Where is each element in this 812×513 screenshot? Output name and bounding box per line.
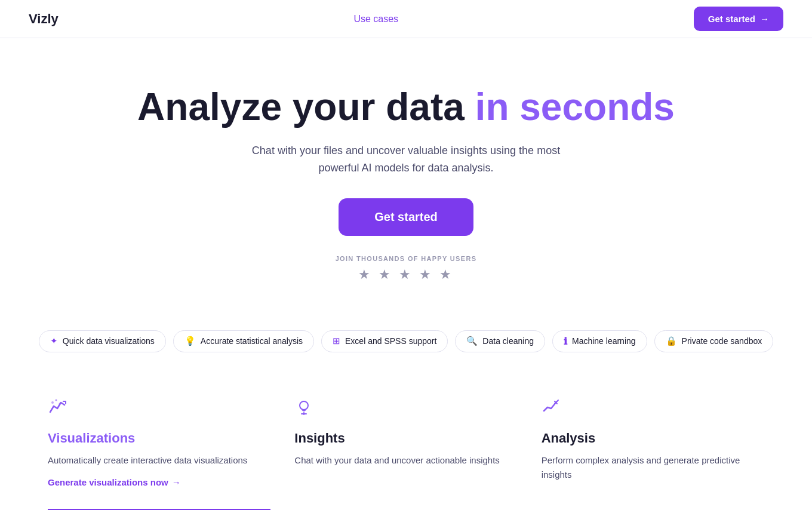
analysis-desc: Perform complex analysis and generate pr… bbox=[542, 453, 764, 482]
lock-icon: 🔒 bbox=[666, 336, 677, 346]
insights-title: Insights bbox=[294, 431, 517, 446]
insights-desc: Chat with your data and uncover actionab… bbox=[294, 453, 517, 468]
tag-statistical-analysis: 💡 Accurate statistical analysis bbox=[173, 330, 314, 352]
analysis-icon bbox=[542, 398, 764, 421]
feature-analysis: Analysis Perform complex analysis and ge… bbox=[542, 398, 764, 510]
grid-icon: ⊞ bbox=[333, 336, 340, 346]
search-icon: 🔍 bbox=[466, 336, 478, 346]
tag-machine-learning: ℹ Machine learning bbox=[552, 330, 647, 352]
svg-point-0 bbox=[51, 401, 54, 404]
star-rating: ★ ★ ★ ★ ★ bbox=[14, 267, 798, 282]
tag-private-sandbox: 🔒 Private code sandbox bbox=[654, 330, 774, 352]
hero-title: Analyze your data in seconds bbox=[14, 86, 798, 128]
nav-links: Use cases bbox=[353, 14, 398, 24]
feature-visualizations: Visualizations Automatically create inte… bbox=[48, 398, 270, 510]
hero-section: Analyze your data in seconds Chat with y… bbox=[0, 38, 812, 318]
social-proof-text: JOIN THOUSANDS OF HAPPY USERS bbox=[14, 255, 798, 262]
tag-quick-visualizations: ✦ Quick data visualizations bbox=[39, 330, 166, 352]
svg-point-1 bbox=[56, 399, 57, 401]
bulb-icon: 💡 bbox=[184, 336, 196, 346]
feature-insights: Insights Chat with your data and uncover… bbox=[294, 398, 517, 510]
generate-visualizations-link[interactable]: Generate visualizations now → bbox=[48, 477, 270, 487]
social-proof: JOIN THOUSANDS OF HAPPY USERS ★ ★ ★ ★ ★ bbox=[14, 255, 798, 282]
info-icon: ℹ bbox=[564, 336, 567, 347]
nav-link-use-cases[interactable]: Use cases bbox=[353, 14, 398, 24]
nav-get-started-button[interactable]: Get started → bbox=[694, 7, 783, 31]
tag-data-cleaning: 🔍 Data cleaning bbox=[455, 330, 545, 352]
visualizations-icon bbox=[48, 398, 270, 421]
logo: Vizly bbox=[29, 11, 59, 27]
sparkle-icon: ✦ bbox=[50, 336, 58, 346]
tag-excel-spss: ⊞ Excel and SPSS support bbox=[321, 330, 448, 352]
hero-get-started-button[interactable]: Get started bbox=[339, 198, 473, 236]
visualizations-underline bbox=[48, 509, 270, 510]
navbar: Vizly Use cases Get started → bbox=[0, 0, 812, 38]
svg-point-3 bbox=[300, 401, 308, 410]
feature-tags: ✦ Quick data visualizations 💡 Accurate s… bbox=[0, 318, 812, 362]
insights-icon bbox=[294, 398, 517, 421]
visualizations-desc: Automatically create interactive data vi… bbox=[48, 453, 270, 468]
features-section: Visualizations Automatically create inte… bbox=[0, 362, 812, 513]
svg-point-2 bbox=[59, 403, 61, 404]
analysis-title: Analysis bbox=[542, 431, 764, 446]
visualizations-title: Visualizations bbox=[48, 431, 270, 446]
hero-subtitle: Chat with your files and uncover valuabl… bbox=[233, 142, 579, 177]
